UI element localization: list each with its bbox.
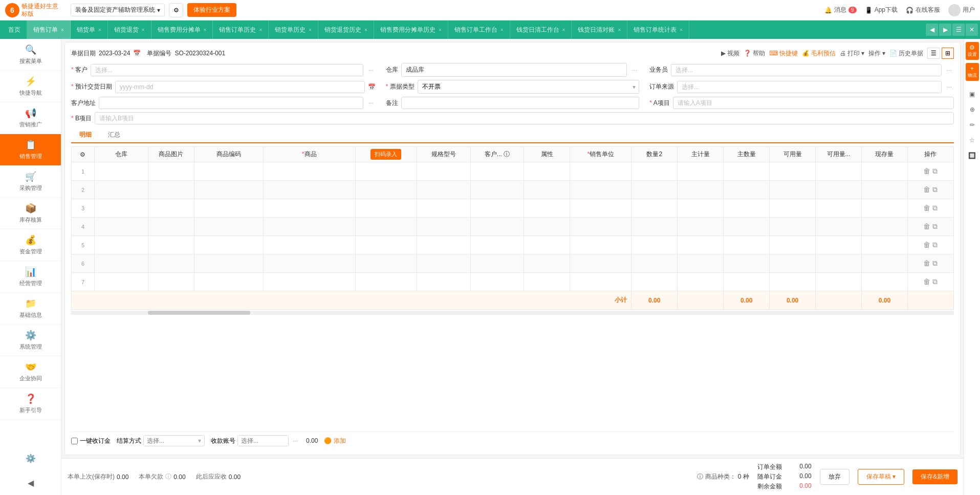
sidebar-item-navigation[interactable]: ⚡ 快捷导航 bbox=[0, 71, 61, 102]
close-icon[interactable]: × bbox=[562, 27, 565, 33]
salesperson-more-button[interactable]: ··· bbox=[945, 67, 954, 74]
operation-button[interactable]: 操作 ▾ bbox=[868, 49, 885, 58]
customer-more-button[interactable]: ··· bbox=[366, 67, 376, 74]
right-panel-btn-4[interactable]: ☆ bbox=[965, 133, 979, 147]
tab-home[interactable]: 首页 bbox=[2, 20, 27, 39]
sidebar-item-guide[interactable]: ❓ 新手引导 bbox=[0, 388, 61, 420]
save-draft-button[interactable]: 保存草稿 ▾ bbox=[858, 469, 904, 485]
warehouse-more-button[interactable]: ··· bbox=[630, 67, 639, 74]
tab-sales-order[interactable]: 销售订单 × bbox=[27, 20, 71, 39]
tab-sales-return[interactable]: 销货退货 × bbox=[108, 20, 151, 39]
sidebar-item-inventory[interactable]: 📦 库存核算 bbox=[0, 198, 61, 229]
sidebar-item-finance[interactable]: 💰 资金管理 bbox=[0, 229, 61, 261]
note-input[interactable] bbox=[401, 97, 640, 109]
copy-icon[interactable]: ⧉ bbox=[932, 185, 938, 194]
nav-right-button[interactable]: ▶ bbox=[939, 24, 951, 36]
tab-daily-workbench[interactable]: 钱货日清工作台 × bbox=[510, 20, 572, 39]
print-button[interactable]: 🖨 打印 ▾ bbox=[840, 49, 864, 58]
close-icon[interactable]: × bbox=[364, 27, 367, 33]
sidebar-item-marketing[interactable]: 📢 营销推广 bbox=[0, 102, 61, 134]
salesperson-input[interactable] bbox=[671, 64, 942, 76]
tab-return-history[interactable]: 销货退货历史 × bbox=[318, 20, 374, 39]
a-project-input[interactable] bbox=[673, 97, 954, 109]
right-panel-btn-1[interactable]: ▣ bbox=[965, 87, 979, 101]
tab-workbench[interactable]: 销售订单工作台 × bbox=[448, 20, 510, 39]
gear-button[interactable]: ⚙ bbox=[169, 3, 183, 17]
close-icon[interactable]: × bbox=[204, 27, 207, 33]
date-icon[interactable]: 📅 bbox=[368, 83, 376, 91]
tab-summary[interactable]: 汇总 bbox=[100, 127, 128, 142]
sidebar-settings-button[interactable]: ⚙️ bbox=[0, 446, 61, 470]
delivery-date-input[interactable] bbox=[115, 81, 365, 93]
invoice-type-select[interactable]: 不开票 ▾ bbox=[418, 80, 640, 94]
customer-address-input[interactable] bbox=[99, 97, 363, 109]
copy-icon[interactable]: ⧉ bbox=[932, 259, 938, 268]
tab-fee-history[interactable]: 销售费用分摊单历史 × bbox=[374, 20, 448, 39]
delete-icon[interactable]: 🗑 bbox=[923, 204, 930, 212]
right-panel-btn-2[interactable]: ⊕ bbox=[965, 102, 979, 117]
receipt-input[interactable] bbox=[238, 436, 288, 446]
tab-sales-bill[interactable]: 销货单 × bbox=[71, 20, 108, 39]
horizontal-scrollbar[interactable] bbox=[71, 311, 954, 315]
tab-daily-reconcile[interactable]: 钱货日清对账 × bbox=[572, 20, 627, 39]
close-icon[interactable]: × bbox=[680, 27, 683, 33]
sidebar-item-system[interactable]: ⚙️ 系统管理 bbox=[0, 325, 61, 356]
app-download-button[interactable]: 📱 App下载 bbox=[865, 6, 898, 14]
video-button[interactable]: ▶ 视频 bbox=[721, 49, 739, 58]
close-icon[interactable]: × bbox=[98, 27, 101, 33]
discard-button[interactable]: 放弃 bbox=[820, 469, 850, 485]
sidebar-item-search[interactable]: 🔍 搜索菜单 bbox=[0, 39, 61, 71]
user-button[interactable]: 用户 bbox=[948, 4, 975, 16]
delete-icon[interactable]: 🗑 bbox=[923, 241, 930, 249]
settlement-select[interactable]: ▾ bbox=[143, 435, 205, 446]
sidebar-item-sales[interactable]: 📋 销售管理 bbox=[0, 134, 61, 166]
scan-button[interactable]: 扫码录入 bbox=[371, 149, 401, 160]
receipt-more-button[interactable]: ··· bbox=[291, 437, 300, 444]
history-order-button[interactable]: 📄 历史单据 bbox=[889, 49, 923, 58]
sidebar-collapse-button[interactable]: ◀ bbox=[0, 470, 61, 495]
list-view-button[interactable]: ☰ bbox=[927, 48, 940, 59]
close-icon[interactable]: × bbox=[618, 27, 621, 33]
order-source-input[interactable] bbox=[677, 81, 942, 93]
grid-view-button[interactable]: ⊞ bbox=[942, 48, 954, 59]
delete-icon[interactable]: 🗑 bbox=[923, 259, 930, 268]
sidebar-item-purchase[interactable]: 🛒 采购管理 bbox=[0, 166, 61, 198]
close-icon[interactable]: × bbox=[259, 27, 262, 33]
tab-sales-order-history[interactable]: 销售订单历史 × bbox=[213, 20, 269, 39]
customer-input[interactable] bbox=[91, 64, 363, 76]
column-settings-icon[interactable]: ⚙ bbox=[80, 151, 85, 158]
copy-icon[interactable]: ⧉ bbox=[932, 241, 938, 249]
receipt-select[interactable] bbox=[237, 435, 289, 446]
sidebar-item-enterprise[interactable]: 🤝 企业协同 bbox=[0, 356, 61, 388]
close-icon[interactable]: × bbox=[439, 27, 442, 33]
add-button[interactable]: 🟠 添加 bbox=[324, 437, 345, 445]
quick-pay-checkbox[interactable]: 一键收订金 bbox=[71, 437, 111, 445]
delete-icon[interactable]: 🗑 bbox=[923, 167, 930, 176]
close-icon[interactable]: × bbox=[142, 27, 145, 33]
quick-pay-input[interactable] bbox=[71, 438, 78, 444]
notification-button[interactable]: 🔔 消息 9 bbox=[824, 6, 857, 14]
close-icon[interactable]: × bbox=[61, 27, 64, 33]
settlement-input[interactable] bbox=[144, 436, 195, 446]
sidebar-item-operations[interactable]: 📊 经营管理 bbox=[0, 261, 61, 293]
industry-button[interactable]: 体验行业方案 bbox=[187, 3, 236, 17]
copy-icon[interactable]: ⧉ bbox=[932, 222, 938, 231]
delete-icon[interactable]: 🗑 bbox=[923, 277, 930, 286]
col-scan[interactable]: 扫码录入 bbox=[355, 147, 417, 162]
tab-sales-bill-history[interactable]: 销货单历史 × bbox=[269, 20, 318, 39]
copy-icon[interactable]: ⧉ bbox=[932, 277, 938, 286]
system-selector[interactable]: 装备及固定资产辅助管理系统 ▾ bbox=[71, 4, 165, 16]
shortcut-button[interactable]: ⌨ 快捷键 bbox=[769, 49, 798, 58]
profit-estimate-button[interactable]: 💰 毛利预估 bbox=[802, 49, 836, 58]
delete-icon[interactable]: 🗑 bbox=[923, 185, 930, 194]
copy-icon[interactable]: ⧉ bbox=[932, 167, 938, 176]
close-icon[interactable]: × bbox=[309, 27, 312, 33]
tab-sales-fee[interactable]: 销售费用分摊单 × bbox=[151, 20, 213, 39]
nav-close-button[interactable]: ✕ bbox=[966, 24, 978, 36]
order-source-more-button[interactable]: ··· bbox=[945, 83, 954, 91]
col-settings[interactable]: ⚙ bbox=[72, 147, 95, 162]
sidebar-item-basic-info[interactable]: 📁 基础信息 bbox=[0, 293, 61, 325]
online-service-button[interactable]: 🎧 在线客服 bbox=[906, 6, 940, 14]
tab-detail[interactable]: 明细 bbox=[71, 127, 100, 143]
close-icon[interactable]: × bbox=[500, 27, 504, 33]
